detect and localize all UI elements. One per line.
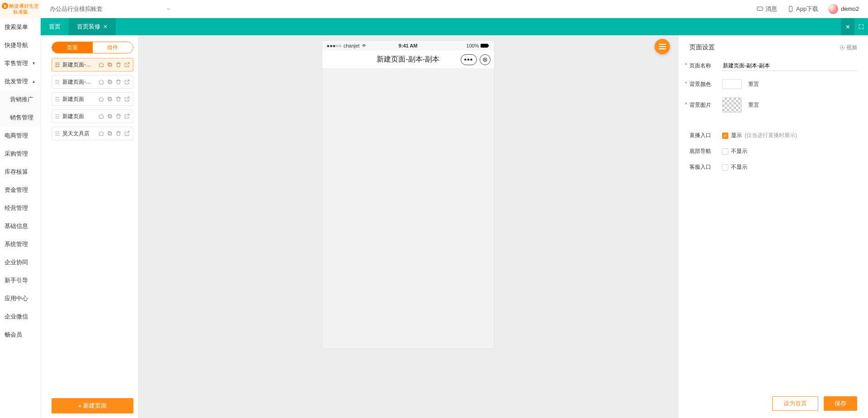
svg-rect-11 xyxy=(108,132,111,134)
tab-home[interactable]: 首页 xyxy=(41,18,69,35)
page-list-row[interactable]: ☰新建页面 xyxy=(52,109,133,123)
home-icon[interactable] xyxy=(98,62,104,68)
page-list-row[interactable]: ☰新建页面 xyxy=(52,92,133,106)
sidebar-item[interactable]: 企业协同 xyxy=(0,253,40,271)
svg-rect-2 xyxy=(109,64,112,66)
page-row-name: 新建页面 xyxy=(62,95,96,103)
sidebar-item[interactable]: 批发管理▲ xyxy=(0,72,40,90)
tab-page-design[interactable]: 首页装修 ✕ xyxy=(69,18,116,35)
bottom-nav-checkbox[interactable] xyxy=(722,148,728,155)
close-icon[interactable]: ✕ xyxy=(103,24,108,30)
sidebar-item[interactable]: 营销推广 xyxy=(0,90,40,109)
sidebar-item[interactable]: 电商管理 xyxy=(0,127,40,145)
sidebar-item[interactable]: 经营管理 xyxy=(0,199,40,217)
account-selector[interactable]: 办公品行业模拟账套 xyxy=(50,5,171,13)
trash-icon[interactable] xyxy=(115,62,122,68)
drag-handle-icon[interactable]: ☰ xyxy=(55,62,60,68)
save-button[interactable]: 保存 xyxy=(824,396,857,411)
svg-rect-10 xyxy=(109,133,112,135)
ext-icon[interactable] xyxy=(124,96,130,102)
segment-control: 页面 组件 xyxy=(52,42,133,53)
segment-page[interactable]: 页面 xyxy=(52,42,93,53)
page-list: ☰新建页面-副本...☰新建页面-副本☰新建页面☰新建页面☰昊天文具店 xyxy=(52,58,133,140)
sidebar-item-label: 电商管理 xyxy=(5,132,28,140)
phone-page-title: 新建页面-副本-副本 xyxy=(377,55,439,64)
drag-handle-icon[interactable]: ☰ xyxy=(55,96,60,103)
sidebar-item[interactable]: 基础信息 xyxy=(0,217,40,235)
sidebar-item[interactable]: 库存核算 xyxy=(0,163,40,181)
service-entry-checkbox[interactable] xyxy=(722,164,728,171)
bottom-nav-cb-label: 不显示 xyxy=(731,147,747,155)
sidebar-item-label: 快捷导航 xyxy=(5,41,28,49)
page-name-input[interactable] xyxy=(722,61,857,71)
avatar-icon xyxy=(828,4,838,14)
sidebar-item[interactable]: 资金管理 xyxy=(0,181,40,199)
home-icon[interactable] xyxy=(98,130,104,137)
copy-icon[interactable] xyxy=(107,79,113,85)
sidebar-item[interactable]: 应用中心 xyxy=(0,290,40,308)
sidebar-item[interactable]: 系统管理 xyxy=(0,235,40,253)
brand-name: 畅捷通好生意 xyxy=(9,3,39,9)
home-icon[interactable] xyxy=(98,113,104,119)
dots-icon: ••• xyxy=(464,56,473,64)
copy-icon[interactable] xyxy=(107,96,113,102)
floating-menu-button[interactable] xyxy=(655,39,670,54)
svg-rect-4 xyxy=(109,81,112,84)
sidebar-item[interactable]: 销售管理 xyxy=(0,109,40,127)
home-icon[interactable] xyxy=(98,96,104,102)
miniapp-close-button[interactable] xyxy=(480,54,491,65)
phone-time: 9:41 AM xyxy=(322,43,494,48)
tabstrip-fullscreen-button[interactable] xyxy=(854,18,868,35)
live-entry-checkbox[interactable]: ✓ xyxy=(722,133,728,139)
messages-button[interactable]: 消息 xyxy=(756,5,777,13)
new-page-button[interactable]: + 新建页面 xyxy=(52,398,133,413)
sidebar-item[interactable]: 搜索菜单 xyxy=(0,18,40,36)
phone-body[interactable] xyxy=(322,69,494,348)
drag-handle-icon[interactable]: ☰ xyxy=(55,130,60,137)
sidebar-item[interactable]: 企业微信 xyxy=(0,308,40,326)
video-help-link[interactable]: 视频 xyxy=(840,44,857,52)
bg-color-swatch[interactable] xyxy=(722,79,742,89)
trash-icon[interactable] xyxy=(115,96,122,102)
tab-page-design-label: 首页装修 xyxy=(77,23,100,31)
trash-icon[interactable] xyxy=(115,79,122,85)
bg-color-reset[interactable]: 重置 xyxy=(748,81,759,88)
copy-icon[interactable] xyxy=(107,62,113,68)
app-download-button[interactable]: App下载 xyxy=(787,5,818,13)
set-home-button[interactable]: 设为首页 xyxy=(772,396,818,411)
page-row-name: 新建页面-副本 xyxy=(62,78,96,86)
segment-component[interactable]: 组件 xyxy=(93,42,133,53)
sidebar-item[interactable]: 畅会员 xyxy=(0,326,40,344)
home-icon[interactable] xyxy=(98,79,104,85)
bg-image-reset[interactable]: 重置 xyxy=(748,101,759,109)
sidebar-item[interactable]: 采购管理 xyxy=(0,145,40,163)
sidebar-item-label: 资金管理 xyxy=(5,186,28,194)
tabstrip-close-button[interactable]: ✕ xyxy=(841,18,854,35)
miniapp-menu-button[interactable]: ••• xyxy=(461,54,477,65)
sidebar-item[interactable]: 快捷导航 xyxy=(0,36,40,54)
ext-icon[interactable] xyxy=(124,62,130,68)
logo-mark-icon: b xyxy=(2,3,8,9)
page-list-row[interactable]: ☰昊天文具店 xyxy=(52,127,133,140)
trash-icon[interactable] xyxy=(115,130,122,137)
sidebar-item[interactable]: 零售管理▼ xyxy=(0,54,40,72)
drag-handle-icon[interactable]: ☰ xyxy=(55,113,60,120)
sidebar-item-label: 企业微信 xyxy=(5,313,28,321)
ext-icon[interactable] xyxy=(124,79,130,85)
ext-icon[interactable] xyxy=(124,130,130,137)
ext-icon[interactable] xyxy=(124,113,130,119)
sidebar-item[interactable]: 新手引导 xyxy=(0,271,40,290)
sidebar-item-label: 畅会员 xyxy=(5,331,22,339)
brand-logo[interactable]: b 畅捷通好生意 标准版 xyxy=(0,0,41,18)
copy-icon[interactable] xyxy=(107,130,113,137)
chat-icon xyxy=(756,5,764,13)
page-list-row[interactable]: ☰新建页面-副本 xyxy=(52,75,133,89)
brand-edition: 标准版 xyxy=(13,9,28,14)
trash-icon[interactable] xyxy=(115,113,122,119)
drag-handle-icon[interactable]: ☰ xyxy=(55,79,60,86)
copy-icon[interactable] xyxy=(107,113,113,119)
page-list-row[interactable]: ☰新建页面-副本... xyxy=(52,58,133,71)
bg-image-swatch[interactable] xyxy=(722,97,742,113)
user-menu[interactable]: demo2 xyxy=(828,4,859,14)
fullscreen-icon xyxy=(858,24,864,30)
